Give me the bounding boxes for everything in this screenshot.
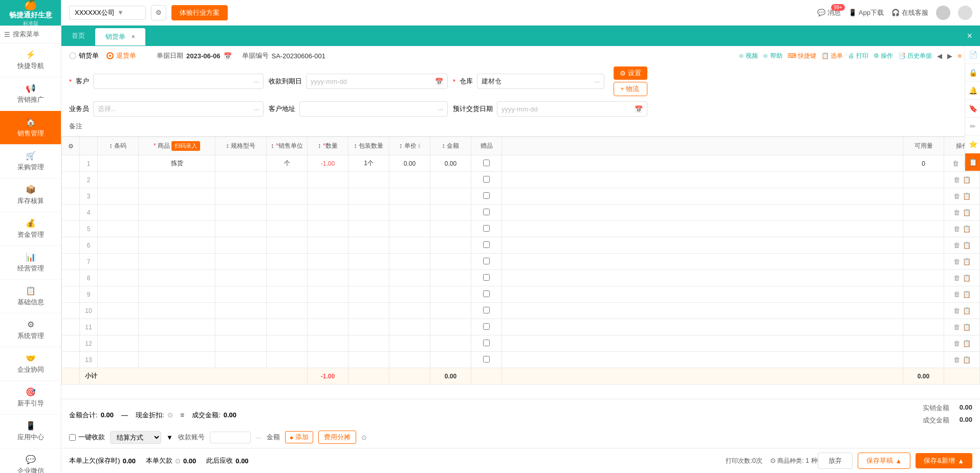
row12-gift-check[interactable] xyxy=(483,340,490,346)
total-debt-info[interactable]: ⊙ xyxy=(175,457,181,465)
tab-bar-close-button[interactable]: × xyxy=(959,31,980,41)
row1-amount[interactable]: 0.00 xyxy=(430,155,471,172)
save-new-button[interactable]: 保存&新增 ▲ xyxy=(916,453,972,468)
row4-gift-check[interactable] xyxy=(483,209,490,215)
sort-spec[interactable]: ↕ xyxy=(226,142,230,149)
select-link[interactable]: 📋 选单 xyxy=(821,52,843,60)
order-no-value[interactable]: SA-20230606-001 xyxy=(272,52,326,60)
save-draft-button[interactable]: 保存草稿 ▲ xyxy=(858,453,911,469)
row11-gift-check[interactable] xyxy=(483,323,490,330)
row9-copy-icon[interactable]: 📋 xyxy=(963,290,971,298)
row2-gift-check[interactable] xyxy=(483,176,490,183)
tab-home[interactable]: 首页 xyxy=(61,27,95,44)
row2-copy-icon[interactable]: 📋 xyxy=(963,176,971,184)
row2-delete-icon[interactable]: 🗑 xyxy=(953,176,960,184)
sidebar-item-appstore[interactable]: 📱 应用中心 xyxy=(0,415,61,448)
row1-unit[interactable]: 个 xyxy=(267,155,308,172)
radio-sales[interactable]: 销货单 xyxy=(69,51,99,60)
row9-delete-icon[interactable]: 🗑 xyxy=(953,290,960,298)
view-list-icon[interactable]: ≡ xyxy=(957,52,962,60)
row1-delete-icon[interactable]: 🗑 xyxy=(952,160,959,167)
discard-button[interactable]: 放弃 xyxy=(818,453,853,469)
save-draft-arrow[interactable]: ▲ xyxy=(896,457,902,465)
row6-copy-icon[interactable]: 📋 xyxy=(963,241,971,249)
date-value[interactable]: 2023-06-06 xyxy=(186,52,221,60)
row3-delete-icon[interactable]: 🗑 xyxy=(953,192,960,200)
th-settings[interactable]: ⚙ xyxy=(62,137,80,155)
row6-gift-check[interactable] xyxy=(483,241,490,248)
row12-delete-icon[interactable]: 🗑 xyxy=(953,340,960,347)
trial-button[interactable]: 体验行业方案 xyxy=(171,5,228,20)
row7-delete-icon[interactable]: 🗑 xyxy=(953,258,960,265)
row1-product[interactable]: 拣货 xyxy=(139,155,215,172)
customer-addr-input[interactable]: ··· xyxy=(299,101,448,117)
sidebar-item-operations[interactable]: 📊 经营管理 xyxy=(0,246,61,280)
sort-qty[interactable]: ↕ xyxy=(318,142,321,149)
sidebar-item-enterprise[interactable]: 🤝 企业协同 xyxy=(0,347,61,381)
row8-copy-icon[interactable]: 📋 xyxy=(963,274,971,282)
expense-help-icon[interactable]: ⊙ xyxy=(361,434,367,441)
sidebar-item-finance[interactable]: 💰 资金管理 xyxy=(0,212,61,246)
history-link[interactable]: 📑 历史单据 xyxy=(898,52,932,60)
sort-pkg[interactable]: ↕ xyxy=(354,142,358,149)
row9-gift-check[interactable] xyxy=(483,290,490,297)
nav-next-icon[interactable]: ▶ xyxy=(947,52,952,60)
account-input[interactable] xyxy=(210,432,251,443)
sort-barcode[interactable]: ↕ xyxy=(110,142,113,149)
sidebar-item-guide[interactable]: 🎯 新手引导 xyxy=(0,381,61,415)
row3-gift-check[interactable] xyxy=(483,192,490,199)
sort-unit[interactable]: ↕ xyxy=(271,142,274,149)
sidebar-item-quicknav[interactable]: ⚡ 快捷导航 xyxy=(0,43,61,77)
sidebar-item-system[interactable]: ⚙ 系统管理 xyxy=(0,313,61,347)
row5-gift-check[interactable] xyxy=(483,225,490,232)
sidebar-item-marketing[interactable]: 📢 营销推广 xyxy=(0,77,61,111)
sidebar-search[interactable]: ☰ 搜索菜单 xyxy=(0,26,61,43)
row8-gift-check[interactable] xyxy=(483,274,490,281)
calc-method-select[interactable]: 结算方式 xyxy=(110,431,161,444)
right-panel-action[interactable]: 📋 xyxy=(965,153,980,171)
sidebar-item-purchase[interactable]: 🛒 采购管理 xyxy=(0,145,61,178)
row1-desc[interactable] xyxy=(502,155,903,172)
calc-method-dropdown-icon[interactable]: ▼ xyxy=(166,434,173,441)
app-download-item[interactable]: 📱 App下载 xyxy=(848,8,884,17)
shortcut-link[interactable]: ⌨ 快捷键 xyxy=(788,52,816,60)
row1-barcode[interactable] xyxy=(98,155,139,172)
delivery-calendar-icon[interactable]: 📅 xyxy=(635,105,643,113)
row5-copy-icon[interactable]: 📋 xyxy=(963,225,971,233)
delivery-date-input[interactable]: yyyy-mm-dd 📅 xyxy=(497,101,647,117)
salesperson-dots[interactable]: ··· xyxy=(253,105,259,113)
row1-price[interactable]: 0.00 xyxy=(389,155,430,172)
row10-copy-icon[interactable]: 📋 xyxy=(963,307,971,314)
message-icon-item[interactable]: 💬 消息 99+ xyxy=(817,8,841,17)
row1-gift-check[interactable] xyxy=(483,160,490,166)
row11-copy-icon[interactable]: 📋 xyxy=(963,323,971,331)
warehouse-dots[interactable]: ··· xyxy=(594,78,600,85)
online-service-item[interactable]: 🎧 在线客服 xyxy=(891,8,928,17)
sidebar-item-wechat[interactable]: 💬 企业微信 xyxy=(0,448,61,473)
salesperson-input[interactable]: 选择... ··· xyxy=(93,101,264,117)
video-link[interactable]: ⊙ 视频 xyxy=(739,52,758,60)
warehouse-input[interactable]: 建材仓 ··· xyxy=(477,74,604,89)
row5-delete-icon[interactable]: 🗑 xyxy=(953,225,960,233)
row13-gift-check[interactable] xyxy=(483,356,490,363)
row4-delete-icon[interactable]: 🗑 xyxy=(953,209,960,216)
row10-gift-check[interactable] xyxy=(483,307,490,313)
row1-qty[interactable]: -1.00 xyxy=(308,155,349,172)
customer-input[interactable]: ··· xyxy=(93,74,264,89)
sidebar-item-sales[interactable]: 🏠 销售管理 xyxy=(0,111,61,145)
row7-copy-icon[interactable]: 📋 xyxy=(963,258,971,265)
row1-gift[interactable] xyxy=(471,155,502,172)
sidebar-item-inventory[interactable]: 📦 库存核算 xyxy=(0,178,61,212)
one-click-pay-check[interactable] xyxy=(69,434,76,441)
discount-info-icon[interactable]: ⊙ xyxy=(167,411,173,419)
row13-copy-icon[interactable]: 📋 xyxy=(963,356,971,364)
tab-close-icon[interactable]: × xyxy=(132,33,135,40)
nav-prev-icon[interactable]: ◀ xyxy=(937,52,942,60)
one-click-pay-checkbox[interactable]: 一键收款 xyxy=(69,433,105,442)
scan-button[interactable]: 扫码录入 xyxy=(171,141,200,151)
payment-calendar-icon[interactable]: 📅 xyxy=(435,78,443,85)
avatar[interactable] xyxy=(936,6,950,20)
sort-amount[interactable]: ↕ xyxy=(442,142,446,149)
right-panel-edit[interactable]: ✏ xyxy=(965,118,980,136)
row8-delete-icon[interactable]: 🗑 xyxy=(953,274,960,282)
